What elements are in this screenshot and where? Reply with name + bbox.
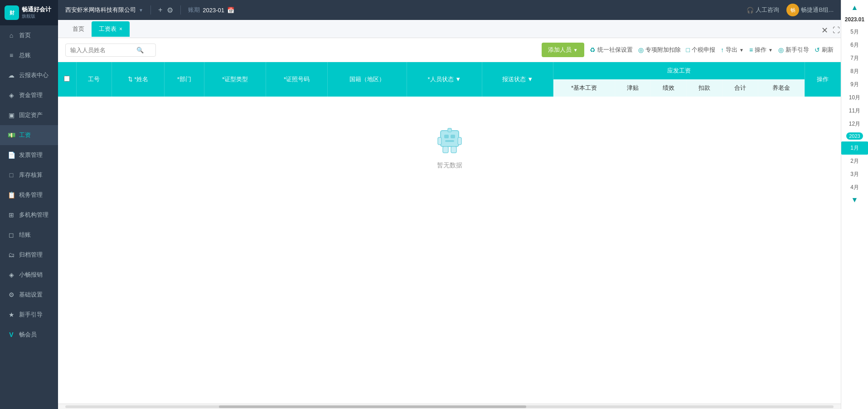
company-settings-button[interactable]: ⚙ bbox=[167, 6, 173, 15]
month-item-8[interactable]: 8月 bbox=[841, 65, 868, 78]
sidebar-item-label: 固定资产 bbox=[19, 111, 43, 119]
export-label: 导出 bbox=[726, 46, 737, 54]
svg-rect-2 bbox=[451, 135, 455, 138]
salary-icon: 💵 bbox=[7, 131, 15, 139]
special-deduction-label: 专项附加扣除 bbox=[645, 46, 681, 54]
select-all-checkbox[interactable] bbox=[64, 76, 70, 82]
month-item-7[interactable]: 7月 bbox=[841, 52, 868, 65]
tab-salary-table[interactable]: 工资表 × bbox=[92, 21, 130, 37]
sidebar-item-settings[interactable]: ⚙ 基础设置 bbox=[0, 285, 58, 305]
special-deduction-button[interactable]: ◎ 专项附加扣除 bbox=[638, 46, 681, 54]
period-value: 2023-01 bbox=[203, 7, 224, 14]
person-status-filter-icon[interactable]: ▼ bbox=[455, 76, 461, 83]
sidebar-item-member[interactable]: V 畅会员 bbox=[0, 325, 58, 345]
logo-text: 畅通好会计 bbox=[22, 6, 51, 13]
right-panel: ▲ 2023.01 5月 6月 7月 8月 9月 10月 11月 12月 202… bbox=[841, 0, 868, 409]
svg-rect-8 bbox=[451, 146, 456, 153]
sidebar-item-cloud-report[interactable]: ☁ 云报表中心 bbox=[0, 65, 58, 85]
svg-rect-7 bbox=[443, 146, 448, 153]
month-item-4[interactable]: 4月 bbox=[841, 181, 868, 194]
horizontal-scrollbar[interactable] bbox=[58, 404, 841, 409]
tab-salary-label: 工资表 bbox=[99, 25, 116, 33]
cloud-icon: ☁ bbox=[7, 72, 15, 79]
sidebar-item-guide[interactable]: ★ 新手引导 bbox=[0, 305, 58, 325]
year-badge: 2023 bbox=[846, 132, 863, 140]
svg-rect-3 bbox=[445, 140, 454, 142]
topbar-divider-2 bbox=[180, 5, 181, 15]
panel-down-arrow[interactable]: ▼ bbox=[849, 194, 860, 206]
month-item-9[interactable]: 9月 bbox=[841, 78, 868, 91]
search-box[interactable]: 🔍 bbox=[65, 44, 156, 57]
search-input[interactable] bbox=[70, 47, 134, 54]
user-menu[interactable]: 畅 畅捷通B组... bbox=[786, 4, 834, 16]
period-label: 账期 bbox=[188, 6, 200, 14]
close-panel-icon[interactable]: ✕ bbox=[821, 25, 828, 35]
scrollbar-thumb[interactable] bbox=[219, 405, 526, 408]
th-base-salary: *基本工资 bbox=[553, 79, 615, 97]
month-item-12[interactable]: 12月 bbox=[841, 117, 868, 131]
panel-period: 2023.01 bbox=[843, 14, 866, 25]
add-chevron-icon: ▼ bbox=[573, 48, 578, 53]
sidebar-item-label: 归档管理 bbox=[19, 251, 43, 259]
month-item-6[interactable]: 6月 bbox=[841, 39, 868, 52]
month-item-3[interactable]: 3月 bbox=[841, 168, 868, 181]
th-name: ⇅ *姓名 bbox=[112, 62, 164, 97]
sidebar-item-inventory[interactable]: □ 库存核算 bbox=[0, 165, 58, 185]
export-icon: ↑ bbox=[721, 46, 724, 54]
personal-tax-button[interactable]: □ 个税申报 bbox=[686, 46, 715, 54]
sidebar-item-expense[interactable]: ◈ 小畅报销 bbox=[0, 265, 58, 285]
period-selector[interactable]: 账期 2023-01 📅 bbox=[188, 6, 234, 14]
sidebar-item-invoice[interactable]: 📄 发票管理 bbox=[0, 145, 58, 165]
add-person-button[interactable]: 添加人员 ▼ bbox=[542, 43, 584, 57]
guide-label: 新手引导 bbox=[786, 46, 809, 54]
sidebar-item-ledger[interactable]: ≡ 总账 bbox=[0, 45, 58, 65]
refresh-button[interactable]: ↺ 刷新 bbox=[815, 46, 834, 54]
empty-illustration bbox=[432, 124, 468, 160]
export-button[interactable]: ↑ 导出 ▼ bbox=[721, 46, 744, 54]
asset-icon: ▣ bbox=[7, 112, 15, 119]
sidebar-item-label: 发票管理 bbox=[19, 151, 43, 159]
sidebar-item-archive[interactable]: 🗂 归档管理 bbox=[0, 245, 58, 265]
month-item-2[interactable]: 2月 bbox=[841, 155, 868, 168]
month-item-10[interactable]: 10月 bbox=[841, 91, 868, 104]
sidebar-item-salary[interactable]: 💵 工资 bbox=[0, 125, 58, 145]
table-container: 工号 ⇅ *姓名 *部门 *证型类型 *证照号码 国籍（地区） *人员状态 ▼ … bbox=[58, 62, 841, 404]
content-area: 🔍 添加人员 ▼ ♻ 统一社保设置 ◎ 专项附加扣除 □ 个税申报 bbox=[58, 38, 841, 409]
sidebar-item-home[interactable]: ⌂ 首页 bbox=[0, 25, 58, 45]
add-company-button[interactable]: + bbox=[158, 6, 162, 14]
archive-icon: 🗂 bbox=[7, 251, 15, 258]
table-header-row-1: 工号 ⇅ *姓名 *部门 *证型类型 *证照号码 国籍（地区） *人员状态 ▼ … bbox=[58, 62, 841, 79]
sidebar-item-tax[interactable]: 📋 税务管理 bbox=[0, 185, 58, 205]
sidebar-item-multi-org[interactable]: ⊞ 多机构管理 bbox=[0, 205, 58, 225]
guide-button[interactable]: ◎ 新手引导 bbox=[778, 46, 809, 54]
sidebar-logo: 财 畅通好会计 旗舰版 bbox=[0, 0, 58, 25]
sidebar: 财 畅通好会计 旗舰版 ⌂ 首页 ≡ 总账 ☁ 云报表中心 ◈ 资金管理 ▣ 固… bbox=[0, 0, 58, 409]
expand-panel-icon[interactable]: ⛶ bbox=[833, 26, 840, 34]
company-selector[interactable]: 西安虾米网络科技有限公司 ▼ bbox=[65, 6, 143, 14]
panel-up-arrow[interactable]: ▲ bbox=[849, 2, 860, 14]
month-item-1[interactable]: 1月 bbox=[841, 141, 868, 155]
tab-close-icon[interactable]: × bbox=[119, 26, 122, 32]
month-item-5[interactable]: 5月 bbox=[841, 25, 868, 39]
company-chevron-icon: ▼ bbox=[139, 8, 143, 13]
th-pension: 养老金 bbox=[758, 79, 805, 97]
close-book-icon: ◻ bbox=[7, 231, 15, 239]
checkbox-header[interactable] bbox=[58, 62, 76, 97]
sidebar-item-close[interactable]: ◻ 结账 bbox=[0, 225, 58, 245]
report-status-filter-icon[interactable]: ▼ bbox=[527, 76, 533, 83]
salary-table: 工号 ⇅ *姓名 *部门 *证型类型 *证照号码 国籍（地区） *人员状态 ▼ … bbox=[58, 62, 841, 97]
sidebar-item-fund[interactable]: ◈ 资金管理 bbox=[0, 85, 58, 105]
tab-home[interactable]: 首页 bbox=[65, 21, 92, 37]
operations-icon: ≡ bbox=[749, 46, 753, 54]
toolbar-right: 添加人员 ▼ ♻ 统一社保设置 ◎ 专项附加扣除 □ 个税申报 ↑ 导出 bbox=[542, 43, 834, 57]
support-button[interactable]: 🎧 人工咨询 bbox=[747, 6, 779, 14]
svg-rect-6 bbox=[458, 137, 461, 145]
social-insurance-button[interactable]: ♻ 统一社保设置 bbox=[590, 46, 633, 54]
calendar-icon[interactable]: 📅 bbox=[227, 7, 234, 14]
operations-button[interactable]: ≡ 操作 ▼ bbox=[749, 46, 773, 54]
sidebar-item-label: 首页 bbox=[19, 31, 31, 39]
personal-tax-icon: □ bbox=[686, 46, 690, 54]
month-item-11[interactable]: 11月 bbox=[841, 104, 868, 117]
sidebar-item-label: 基础设置 bbox=[19, 291, 43, 299]
sidebar-item-asset[interactable]: ▣ 固定资产 bbox=[0, 105, 58, 125]
